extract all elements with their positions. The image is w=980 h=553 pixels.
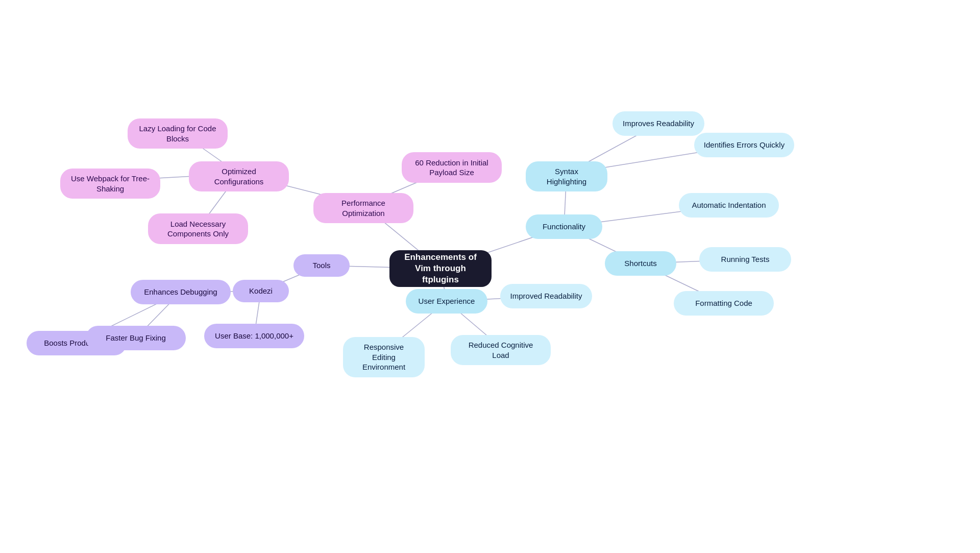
node-shortcuts: Shortcuts (605, 251, 676, 276)
node-improves: Improves Readability (612, 111, 704, 136)
node-userexp: User Experience (406, 289, 487, 314)
node-load: Load Necessary Components Only (148, 213, 248, 244)
node-faster: Faster Bug Fixing (86, 326, 186, 350)
node-autoindent: Automatic Indentation (679, 193, 779, 218)
node-syntax: Syntax Highlighting (526, 161, 607, 191)
node-improved: Improved Readability (500, 284, 592, 308)
node-kodezi: Kodezi (233, 280, 289, 302)
node-identifies: Identifies Errors Quickly (694, 133, 794, 157)
node-performance: Performance Optimization (313, 193, 413, 223)
node-userbase: User Base: 1,000,000+ (204, 324, 304, 348)
node-enhances: Enhances Debugging (131, 280, 231, 304)
node-responsive: Responsive Editing Environment (343, 337, 425, 377)
node-optimized: Optimized Configurations (189, 161, 289, 191)
node-webpack: Use Webpack for Tree-Shaking (60, 169, 160, 199)
node-running: Running Tests (699, 247, 791, 272)
node-cognitive: Reduced Cognitive Load (451, 335, 551, 365)
node-payload: 60 Reduction in Initial Payload Size (402, 152, 502, 183)
node-lazy: Lazy Loading for Code Blocks (128, 118, 228, 149)
node-functionality: Functionality (526, 214, 602, 239)
node-tools: Tools (293, 254, 350, 277)
node-formatting: Formatting Code (674, 291, 774, 316)
center-node: Enhancements of Vim through ftplugins (389, 250, 492, 287)
